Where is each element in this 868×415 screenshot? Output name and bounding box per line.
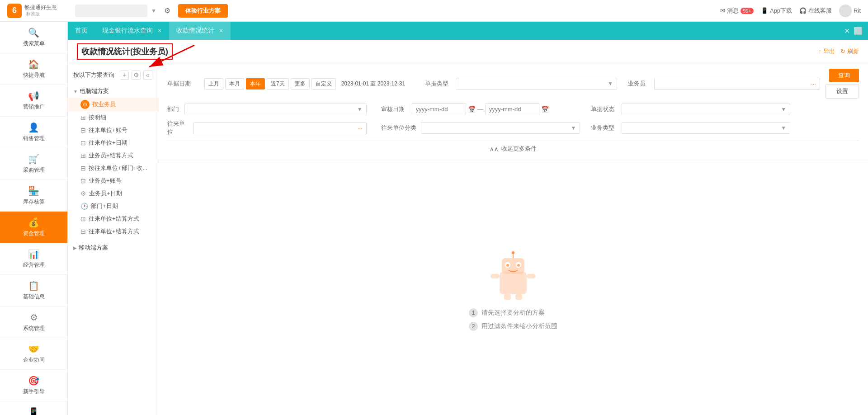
partner-dept-icon: ⊟ xyxy=(80,165,86,172)
version-badge: 标准版 xyxy=(26,11,57,17)
company-selector[interactable] xyxy=(75,5,147,17)
sidebar-item-marketing[interactable]: 📢 营销推广 xyxy=(0,85,67,117)
sales-icon: 👤 xyxy=(28,122,39,133)
scheme-settings-icon[interactable]: ⚙ xyxy=(132,71,141,80)
date-btn-custom[interactable]: 自定义 xyxy=(311,78,336,90)
collapse-panel-icon[interactable]: « xyxy=(143,71,152,80)
collapse-up-icon: ∧∧ xyxy=(490,146,499,152)
salesperson-more-icon[interactable]: ··· xyxy=(811,80,816,87)
doc-type-select[interactable]: ▼ xyxy=(456,78,617,90)
tab-receipts-label: 收款情况统计 xyxy=(176,27,214,35)
sidebar-item-basic[interactable]: 📋 基础信息 xyxy=(0,275,67,307)
tab-bank[interactable]: 现金银行流水查询 ✕ xyxy=(95,22,169,40)
partner-more-icon[interactable]: ··· xyxy=(358,125,363,132)
tab-bar-right: ✕ ⬜ xyxy=(844,27,868,35)
export-button[interactable]: ↑ 导出 xyxy=(819,47,835,56)
sidebar-item-system[interactable]: ⚙ 系统管理 xyxy=(0,307,67,338)
close-window-icon[interactable]: ✕ xyxy=(844,27,850,35)
settings-button[interactable]: 设置 xyxy=(826,84,859,99)
dept-arrow-icon: ▼ xyxy=(357,106,363,113)
salesperson-group: 业务员 ··· xyxy=(628,78,820,90)
scheme-salesperson-date[interactable]: ⚙ 业务员+日期 xyxy=(68,187,158,200)
gear-button[interactable]: ⚙ xyxy=(160,4,175,18)
calendar-to-icon[interactable]: 📅 xyxy=(541,106,549,113)
date-btn-last-month[interactable]: 上月 xyxy=(204,78,223,90)
sidebar-item-sales[interactable]: 👤 销售管理 xyxy=(0,117,67,148)
scheme-by-detail[interactable]: ⊞ 按明细 xyxy=(68,111,158,124)
scheme-by-salesperson[interactable]: ⊙ 按业务员 xyxy=(68,98,158,111)
doc-type-label: 单据类型 xyxy=(425,80,452,88)
messages-btn[interactable]: ✉ 消息 99+ xyxy=(720,7,754,15)
tab-bar: 首页 现金银行流水查询 ✕ 收款情况统计 ✕ ✕ ⬜ xyxy=(68,22,868,40)
sidebar-item-hardware[interactable]: 📱 智能硬件 xyxy=(0,401,67,415)
review-date-from[interactable] xyxy=(412,103,466,115)
scheme-salesperson-account[interactable]: ⊟ 业务员+账号 xyxy=(68,174,158,187)
filter-row-1: 单据日期 上月 本月 本年 近7天 更多 自定义 2023-01-01 至 20… xyxy=(167,69,859,99)
sidebar-item-guide[interactable]: 🎯 新手引导 xyxy=(0,370,67,401)
svg-rect-10 xyxy=(504,294,511,300)
app-download-btn[interactable]: 📱 App下载 xyxy=(761,7,792,15)
refresh-button[interactable]: ↻ 刷新 xyxy=(840,47,859,56)
calendar-from-icon[interactable]: 📅 xyxy=(468,106,476,113)
chevron-down-icon[interactable]: ▼ xyxy=(151,8,156,14)
sidebar-item-purchase[interactable]: 🛒 采购管理 xyxy=(0,148,67,180)
salesperson-account-icon: ⊟ xyxy=(80,177,86,184)
tab-home[interactable]: 首页 xyxy=(68,22,95,40)
collapse-filters-btn[interactable]: ∧∧ 收起更多条件 xyxy=(167,141,859,156)
scheme-label-partner-account: 往来单位+账号 xyxy=(89,126,127,134)
desktop-scheme-parent[interactable]: ▼ 电脑端方案 xyxy=(68,85,158,98)
add-scheme-icon[interactable]: + xyxy=(120,71,129,80)
online-service-btn[interactable]: 🎧 在线客服 xyxy=(799,7,832,15)
tab-receipts-close[interactable]: ✕ xyxy=(219,28,223,34)
finance-icon: 💰 xyxy=(28,217,39,228)
empty-tip-2: 2 用过滤条件来缩小分析范围 xyxy=(469,322,557,331)
partner-category-select[interactable]: ▼ xyxy=(421,122,580,134)
tab-receipts[interactable]: 收款情况统计 ✕ xyxy=(169,22,231,40)
doc-status-select[interactable]: ▼ xyxy=(622,104,790,115)
dept-date-icon: 🕐 xyxy=(80,203,88,210)
sidebar-item-enterprise[interactable]: 🤝 企业协同 xyxy=(0,338,67,370)
scheme-partner-dept[interactable]: ⊟ 按往来单位+部门+收... xyxy=(68,162,158,174)
svg-rect-8 xyxy=(491,274,500,278)
sidebar-item-finance[interactable]: 💰 资金管理 xyxy=(0,212,67,243)
scheme-partner-account[interactable]: ⊟ 往来单位+账号 xyxy=(68,124,158,137)
business-type-label: 业务类型 xyxy=(591,124,618,132)
logo-area: 6 畅捷通好生意 标准版 xyxy=(7,4,75,18)
marketing-icon: 📢 xyxy=(28,90,39,101)
sidebar-label-system: 系统管理 xyxy=(23,325,45,332)
review-date-inputs: 📅 — 📅 xyxy=(412,103,580,115)
sidebar-item-inventory[interactable]: 🏪 库存核算 xyxy=(0,180,67,212)
message-icon: ✉ xyxy=(720,7,725,14)
sidebar-item-search[interactable]: 🔍 搜索菜单 xyxy=(0,22,67,53)
username-label: Rit xyxy=(854,7,861,14)
page-actions: ↑ 导出 ↻ 刷新 xyxy=(819,47,859,56)
scheme-partner-settlement1[interactable]: ⊞ 往来单位+结算方式 xyxy=(68,212,158,225)
dept-select[interactable]: ▼ xyxy=(184,104,367,115)
trial-button[interactable]: 体验行业方案 xyxy=(178,4,228,18)
sidebar-item-quicknav[interactable]: 🏠 快捷导航 xyxy=(0,53,67,85)
maximize-window-icon[interactable]: ⬜ xyxy=(854,27,863,35)
date-btn-7days[interactable]: 近7天 xyxy=(267,78,289,90)
main-content-body: 按以下方案查询 + ⚙ « ▼ 电脑端方案 ⊙ xyxy=(68,63,868,415)
date-btn-this-month[interactable]: 本月 xyxy=(225,78,244,90)
query-button[interactable]: 查询 xyxy=(829,69,859,82)
date-range: 2023-01-01 至 2023-12-31 xyxy=(341,80,405,88)
scheme-salesperson-settlement[interactable]: ⊞ 业务员+结算方式 xyxy=(68,149,158,162)
date-btn-more[interactable]: 更多 xyxy=(291,78,310,90)
salesperson-select[interactable]: ··· xyxy=(654,78,820,90)
app-logo-icon: 6 xyxy=(7,4,22,18)
scheme-partner-date[interactable]: ⊟ 往来单位+日期 xyxy=(68,137,158,149)
business-type-select[interactable]: ▼ xyxy=(622,122,790,134)
scheme-partner-settlement2[interactable]: ⊟ 往来单位+结算方式 xyxy=(68,225,158,238)
scheme-dept-date[interactable]: 🕐 部门+日期 xyxy=(68,200,158,212)
tab-bank-close[interactable]: ✕ xyxy=(157,28,162,34)
salesperson-label: 业务员 xyxy=(628,80,651,88)
mobile-scheme-parent[interactable]: ▶ 移动端方案 xyxy=(68,241,158,254)
home-icon: 🏠 xyxy=(28,59,39,70)
date-btn-this-year[interactable]: 本年 xyxy=(246,78,265,90)
partner-select[interactable]: ··· xyxy=(193,122,367,134)
review-date-to[interactable] xyxy=(485,103,539,115)
content-area: 首页 现金银行流水查询 ✕ 收款情况统计 ✕ ✕ ⬜ 收款情况统计(按业务员) … xyxy=(68,22,868,415)
user-avatar[interactable]: Rit xyxy=(839,5,861,17)
sidebar-item-operations[interactable]: 📊 经营管理 xyxy=(0,243,67,275)
